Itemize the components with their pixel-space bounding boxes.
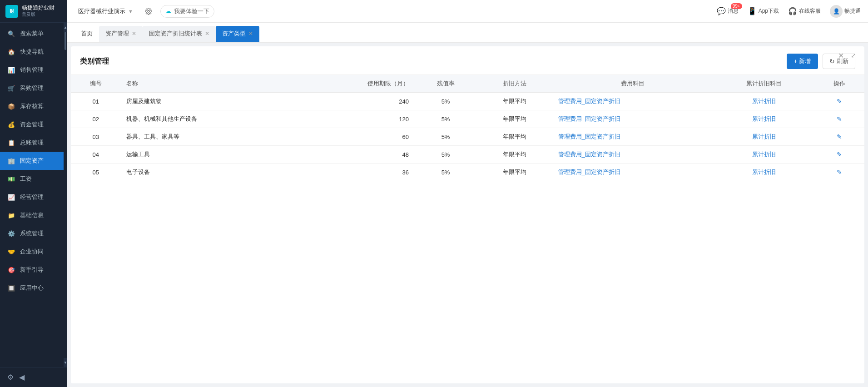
cell-residual: 5% bbox=[414, 93, 477, 110]
experience-button[interactable]: ☁ 我要体验一下 bbox=[160, 5, 214, 18]
sidebar-item-ledger[interactable]: 📋总账管理 bbox=[0, 134, 64, 152]
cell-name: 电子设备 bbox=[121, 164, 300, 181]
collapse-icon[interactable]: ◀ bbox=[19, 373, 25, 382]
cell-residual: 5% bbox=[414, 164, 477, 181]
tab-asset-type[interactable]: 资产类型✕ bbox=[216, 26, 259, 42]
cell-name: 运输工具 bbox=[121, 146, 300, 164]
cell-accum: 累计折旧 bbox=[713, 110, 815, 128]
tab-depreciation-table[interactable]: 固定资产折旧统计表✕ bbox=[143, 26, 216, 42]
guide-nav-icon: 🎯 bbox=[7, 266, 15, 274]
tab-label: 首页 bbox=[81, 30, 93, 38]
sidebar-item-purchase[interactable]: 🛒采购管理 bbox=[0, 79, 64, 97]
cell-period: 60 bbox=[300, 128, 414, 146]
scrollbar-thumb bbox=[64, 32, 66, 50]
new-btn[interactable]: + 新增 bbox=[787, 54, 818, 69]
edit-btn[interactable]: ✎ bbox=[837, 151, 842, 158]
sidebar-nav: 🔍搜索菜单🏠快捷导航📊销售管理🛒采购管理📦库存核算💰资金管理📋总账管理🏢固定资产… bbox=[0, 23, 64, 367]
cell-period: 48 bbox=[300, 146, 414, 164]
action-cell: ✎ bbox=[814, 128, 864, 146]
sidebar-item-label: 搜索菜单 bbox=[20, 30, 44, 38]
cell-expense: 管理费用_固定资产折旧 bbox=[553, 128, 713, 146]
top-header: 医疗器械行业演示 ▼ ☁ 我要体验一下 💬 消息 99+ 📱 App下载 bbox=[67, 0, 868, 23]
col-header-period: 使用期限（月） bbox=[300, 75, 414, 93]
cell-method: 年限平均 bbox=[477, 128, 553, 146]
app-download-label: App下载 bbox=[759, 7, 779, 15]
basic-info-nav-icon: 📁 bbox=[7, 211, 15, 219]
sidebar-item-ops[interactable]: 📈经营管理 bbox=[0, 188, 64, 206]
close-window-btn[interactable]: ✕ bbox=[835, 50, 846, 61]
sidebar-item-system[interactable]: ⚙️系统管理 bbox=[0, 224, 64, 243]
sidebar-item-sales[interactable]: 📊销售管理 bbox=[0, 61, 64, 79]
edit-btn[interactable]: ✎ bbox=[837, 115, 842, 123]
page-title: 类别管理 bbox=[80, 57, 109, 66]
cell-accum: 累计折旧 bbox=[713, 164, 815, 181]
cell-accum: 累计折旧 bbox=[713, 93, 815, 110]
asset-types-table: 编号名称使用期限（月）残值率折旧方法费用科目累计折旧科目操作 01房屋及建筑物2… bbox=[71, 75, 864, 181]
header-settings-icon[interactable] bbox=[142, 5, 155, 18]
tabs-bar: 首页资产管理✕固定资产折旧统计表✕资产类型✕ bbox=[67, 23, 868, 43]
tab-close-asset-mgmt[interactable]: ✕ bbox=[132, 31, 136, 36]
scroll-up-arrow[interactable]: ▲ bbox=[64, 23, 67, 32]
table-container: 编号名称使用期限（月）残值率折旧方法费用科目累计折旧科目操作 01房屋及建筑物2… bbox=[71, 75, 864, 383]
cell-method: 年限平均 bbox=[477, 146, 553, 164]
sidebar-item-label: 总账管理 bbox=[20, 139, 44, 147]
app-download-btn[interactable]: 📱 App下载 bbox=[748, 7, 779, 15]
action-cell: ✎ bbox=[814, 110, 864, 128]
sidebar-item-guide[interactable]: 🎯新手引导 bbox=[0, 261, 64, 279]
cell-name: 房屋及建筑物 bbox=[121, 93, 300, 110]
tab-label: 资产管理 bbox=[105, 30, 129, 38]
user-profile[interactable]: 👤 畅捷通 bbox=[830, 5, 861, 18]
table-row: 02机器、机械和其他生产设备1205%年限平均管理费用_固定资产折旧累计折旧✎ bbox=[71, 110, 864, 128]
sidebar-item-label: 系统管理 bbox=[20, 229, 44, 238]
maximize-window-btn[interactable]: ⤢ bbox=[848, 50, 859, 61]
fixed-assets-nav-icon: 🏢 bbox=[7, 157, 15, 165]
action-cell: ✎ bbox=[814, 164, 864, 181]
edit-btn[interactable]: ✎ bbox=[837, 133, 842, 140]
settings-footer-icon[interactable]: ⚙ bbox=[7, 373, 14, 382]
sidebar-item-quick-nav[interactable]: 🏠快捷导航 bbox=[0, 43, 64, 61]
company-selector[interactable]: 医疗器械行业演示 ▼ bbox=[74, 5, 137, 17]
sidebar-item-search[interactable]: 🔍搜索菜单 bbox=[0, 25, 64, 43]
sidebar-item-fixed-assets[interactable]: 🏢固定资产 bbox=[0, 152, 64, 170]
tab-close-depreciation-table[interactable]: ✕ bbox=[205, 31, 209, 36]
sidebar-item-label: 采购管理 bbox=[20, 84, 44, 92]
logo-sub: 普及版 bbox=[22, 11, 55, 18]
funds-nav-icon: 💰 bbox=[7, 120, 15, 129]
cell-expense: 管理费用_固定资产折旧 bbox=[553, 93, 713, 110]
table-header: 编号名称使用期限（月）残值率折旧方法费用科目累计折旧科目操作 bbox=[71, 75, 864, 93]
quick-nav-nav-icon: 🏠 bbox=[7, 48, 15, 56]
sidebar-item-coop[interactable]: 🤝企业协同 bbox=[0, 243, 64, 261]
sidebar-item-funds[interactable]: 💰资金管理 bbox=[0, 115, 64, 134]
edit-btn[interactable]: ✎ bbox=[837, 98, 842, 105]
col-header-expense: 费用科目 bbox=[553, 75, 713, 93]
cell-residual: 5% bbox=[414, 146, 477, 164]
sidebar-item-label: 快捷导航 bbox=[20, 48, 44, 56]
notifications-btn[interactable]: 💬 消息 99+ bbox=[717, 7, 739, 15]
table-row: 01房屋及建筑物2405%年限平均管理费用_固定资产折旧累计折旧✎ bbox=[71, 93, 864, 110]
sidebar-item-label: 经营管理 bbox=[20, 193, 44, 201]
cell-period: 120 bbox=[300, 110, 414, 128]
edit-btn[interactable]: ✎ bbox=[837, 169, 842, 176]
scroll-down-arrow[interactable]: ▼ bbox=[64, 358, 67, 367]
sales-nav-icon: 📊 bbox=[7, 66, 15, 74]
online-service-btn[interactable]: 🎧 在线客服 bbox=[788, 7, 821, 15]
online-service-label: 在线客服 bbox=[799, 7, 821, 15]
cell-code: 02 bbox=[71, 110, 121, 128]
sidebar-item-inventory[interactable]: 📦库存核算 bbox=[0, 97, 64, 115]
tab-close-asset-type[interactable]: ✕ bbox=[248, 31, 253, 36]
col-header-residual: 残值率 bbox=[414, 75, 477, 93]
sidebar: 财 畅捷通好业财 普及版 🔍搜索菜单🏠快捷导航📊销售管理🛒采购管理📦库存核算💰资… bbox=[0, 0, 67, 387]
tab-label: 固定资产折旧统计表 bbox=[149, 30, 202, 38]
table-row: 05电子设备365%年限平均管理费用_固定资产折旧累计折旧✎ bbox=[71, 164, 864, 181]
sidebar-item-label: 固定资产 bbox=[20, 157, 44, 165]
cell-period: 36 bbox=[300, 164, 414, 181]
tab-asset-mgmt[interactable]: 资产管理✕ bbox=[99, 26, 143, 42]
sidebar-item-payroll[interactable]: 💵工资 bbox=[0, 170, 64, 188]
sidebar-logo: 财 畅捷通好业财 普及版 bbox=[0, 0, 67, 23]
sidebar-item-app-center[interactable]: 🔲应用中心 bbox=[0, 279, 64, 297]
col-header-method: 折旧方法 bbox=[477, 75, 553, 93]
sidebar-item-basic-info[interactable]: 📁基础信息 bbox=[0, 206, 64, 224]
tab-home[interactable]: 首页 bbox=[74, 26, 99, 42]
col-header-action: 操作 bbox=[814, 75, 864, 93]
table-row: 03器具、工具、家具等605%年限平均管理费用_固定资产折旧累计折旧✎ bbox=[71, 128, 864, 146]
